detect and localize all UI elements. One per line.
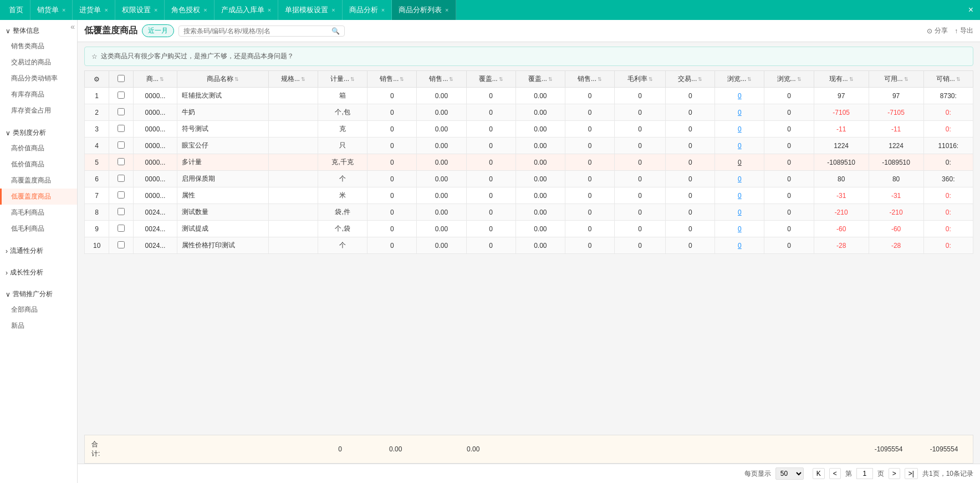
col-stock[interactable]: 现有...⇅ (814, 71, 869, 88)
row-browse1[interactable]: 0 (715, 187, 764, 204)
col-cover1[interactable]: 覆盖...⇅ (466, 71, 515, 88)
row-browse1[interactable]: 0 (715, 154, 764, 171)
tab-permissions[interactable]: 权限设置 × (115, 0, 165, 20)
sidebar-item-high-value[interactable]: 高价值商品 (0, 140, 77, 156)
col-saleable[interactable]: 可销...⇅ (923, 71, 973, 88)
sidebar-item-in-stock[interactable]: 有库存商品 (0, 87, 77, 103)
col-spec[interactable]: 规格...⇅ (268, 71, 318, 88)
row-select-checkbox[interactable] (118, 241, 125, 248)
row-browse1[interactable]: 0 (715, 204, 764, 221)
first-page-button[interactable]: K (813, 468, 825, 479)
col-browse2[interactable]: 浏览...⇅ (764, 71, 814, 88)
row-browse1[interactable]: 0 (715, 171, 764, 187)
col-settings[interactable]: ⚙ (85, 71, 109, 88)
row-browse1[interactable]: 0 (715, 121, 764, 138)
sidebar-item-sales-goods[interactable]: 销售类商品 (0, 38, 77, 54)
sidebar-item-traded-goods[interactable]: 交易过的商品 (0, 54, 77, 70)
sidebar-group-marketing[interactable]: ∨ 营销推广分析 (0, 287, 77, 302)
tab-product-analysis[interactable]: 商品分析 × (343, 0, 392, 20)
row-browse1[interactable]: 0 (715, 138, 764, 154)
prev-page-button[interactable]: < (829, 468, 841, 479)
next-page-button[interactable]: > (889, 468, 900, 479)
row-checkbox[interactable] (109, 221, 134, 237)
search-icon[interactable]: 🔍 (331, 27, 340, 35)
col-sale3[interactable]: 销售...⇅ (565, 71, 614, 88)
sidebar-collapse-button[interactable]: « (70, 22, 75, 31)
row-checkbox[interactable] (109, 88, 134, 104)
last-page-button[interactable]: >| (905, 468, 918, 479)
page-number-input[interactable] (856, 468, 873, 479)
tab-finished-goods[interactable]: 产成品入库单 × (215, 0, 278, 20)
search-input[interactable] (183, 27, 329, 35)
select-all-checkbox[interactable] (118, 75, 125, 82)
table-container[interactable]: ⚙ 商...⇅ 商品名称⇅ 规格...⇅ 计量...⇅ 销售...⇅ 销售...… (84, 70, 973, 435)
col-sale-qty[interactable]: 销售...⇅ (368, 71, 417, 88)
sidebar-group-category[interactable]: ∨ 类别度分析 (0, 125, 77, 140)
row-select-checkbox[interactable] (118, 225, 125, 232)
row-saleable: 0: (923, 221, 973, 237)
row-checkbox[interactable] (109, 171, 134, 187)
row-select-checkbox[interactable] (118, 141, 125, 149)
col-browse1[interactable]: 浏览...⇅ (715, 71, 764, 88)
close-tab-finished[interactable]: × (268, 7, 271, 13)
sidebar-group-growth[interactable]: › 成长性分析 (0, 265, 77, 280)
sidebar-item-inventory-capital[interactable]: 库存资金占用 (0, 103, 77, 119)
row-browse1[interactable]: 0 (715, 237, 764, 254)
col-sale-amt[interactable]: 销售...⇅ (417, 71, 466, 88)
sidebar-group-circulation[interactable]: › 流通性分析 (0, 243, 77, 258)
tab-purchase[interactable]: 进货单 × (73, 0, 115, 20)
col-unit[interactable]: 计量...⇅ (318, 71, 368, 88)
row-select-checkbox[interactable] (118, 191, 125, 199)
tab-roles[interactable]: 角色授权 × (165, 0, 214, 20)
sidebar-item-high-coverage[interactable]: 高覆盖度商品 (0, 172, 77, 189)
close-tab-purchase[interactable]: × (104, 7, 108, 13)
export-button[interactable]: ↑ 导出 (955, 26, 973, 35)
col-name[interactable]: 商品名称⇅ (177, 71, 268, 88)
col-trade[interactable]: 交易...⇅ (666, 71, 715, 88)
sidebar-item-low-margin[interactable]: 低毛利商品 (0, 221, 77, 237)
sidebar-item-category-turnover[interactable]: 商品分类动销率 (0, 70, 77, 87)
row-checkbox[interactable] (109, 204, 134, 221)
close-tab-roles[interactable]: × (203, 7, 207, 13)
sidebar-item-low-coverage[interactable]: 低覆盖度商品 (0, 189, 77, 205)
close-app-button[interactable]: × (964, 5, 978, 15)
tab-product-analysis-list[interactable]: 商品分析列表 × (392, 0, 456, 20)
tab-template[interactable]: 单据模板设置 × (278, 0, 342, 20)
close-tab-permissions[interactable]: × (154, 7, 157, 13)
row-browse1[interactable]: 0 (715, 88, 764, 104)
row-checkbox[interactable] (109, 104, 134, 121)
row-select-checkbox[interactable] (118, 125, 125, 132)
sidebar-group-overall[interactable]: ∨ 整体信息 (0, 23, 77, 38)
sidebar-item-low-value[interactable]: 低价值商品 (0, 156, 77, 172)
close-tab-sales[interactable]: × (62, 7, 65, 13)
row-select-checkbox[interactable] (118, 158, 125, 165)
filter-recent-month[interactable]: 近一月 (142, 24, 174, 37)
sidebar-item-new-goods[interactable]: 新品 (0, 318, 77, 334)
row-select-checkbox[interactable] (118, 208, 125, 215)
col-checkbox-all[interactable] (109, 71, 134, 88)
share-button[interactable]: ⊙ 分享 (927, 26, 948, 35)
tab-sales[interactable]: 销货单 × (30, 0, 73, 20)
row-checkbox[interactable] (109, 121, 134, 138)
row-select-checkbox[interactable] (118, 91, 125, 99)
close-tab-template[interactable]: × (331, 7, 335, 13)
row-checkbox[interactable] (109, 237, 134, 254)
row-browse1[interactable]: 0 (715, 104, 764, 121)
col-cover2[interactable]: 覆盖...⇅ (515, 71, 565, 88)
row-select-checkbox[interactable] (118, 108, 125, 115)
col-available[interactable]: 可用...⇅ (869, 71, 923, 88)
row-select-checkbox[interactable] (118, 175, 125, 182)
row-checkbox[interactable] (109, 187, 134, 204)
col-gross-margin[interactable]: 毛利率⇅ (615, 71, 666, 88)
col-code[interactable]: 商...⇅ (134, 71, 177, 88)
search-box[interactable]: 🔍 (178, 26, 345, 37)
tab-home[interactable]: 首页 (2, 0, 30, 20)
page-size-select[interactable]: 50 100 200 (775, 467, 804, 480)
row-checkbox[interactable] (109, 138, 134, 154)
sidebar-item-high-margin[interactable]: 高毛利商品 (0, 205, 77, 221)
close-tab-analysis-list[interactable]: × (445, 7, 448, 13)
row-browse1[interactable]: 0 (715, 221, 764, 237)
close-tab-product-analysis[interactable]: × (381, 7, 385, 13)
row-checkbox[interactable] (109, 154, 134, 171)
sidebar-item-all-goods[interactable]: 全部商品 (0, 302, 77, 318)
